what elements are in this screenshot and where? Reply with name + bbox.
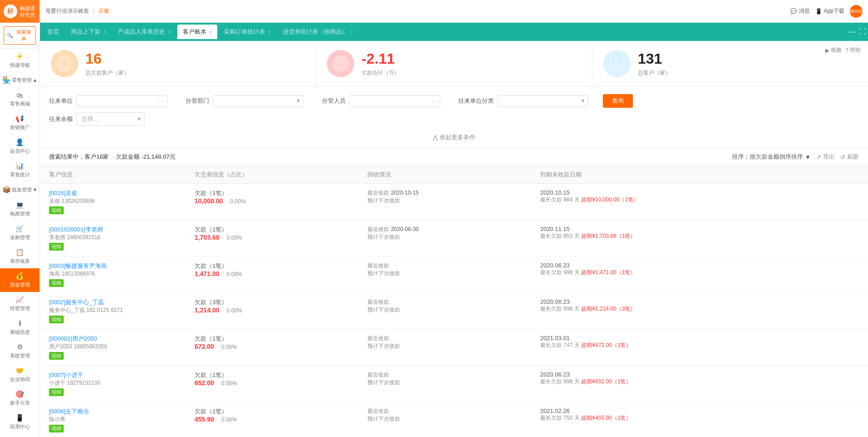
tab-close-3[interactable]: × [209, 29, 212, 35]
svg-text:¥: ¥ [62, 60, 67, 68]
tabbar: 首页 商品上下架 × 产成品入库单历史 × 客户账本 × 采购订单统计表 × 进… [40, 23, 868, 41]
customer-input[interactable] [76, 95, 167, 107]
app-download-btn[interactable]: 📱 App下载 [815, 7, 844, 15]
message-btn[interactable]: 💬 消息 [790, 7, 810, 15]
sidebar-item-inventory[interactable]: 📋 库存核算 [0, 245, 40, 268]
category-input[interactable] [497, 95, 588, 107]
tab-close-1[interactable]: × [103, 29, 106, 35]
sidebar-item-wholesale[interactable]: 📦 批发管理 ▼ [0, 182, 40, 197]
app-download-icon: 📱 [815, 8, 822, 15]
person-dots-btn[interactable]: ··· [431, 97, 438, 105]
customer-name-3[interactable]: [0002]服务中心_丁磊 [49, 299, 104, 306]
customer-name-4[interactable]: [000002]用户2050 [49, 335, 97, 342]
department-chevron-icon[interactable]: ▼ [296, 98, 301, 104]
enterprise-collab-icon: 🤝 [15, 367, 24, 375]
table-row-5: [0007]小进干 小进干 18279152100 现销 欠款（1笔） 652.… [40, 366, 868, 402]
col-header-collect: 回收情况 [367, 171, 540, 179]
video-helper-btn[interactable]: ▶ 视频 [825, 46, 842, 54]
total-debt-info: -2.11 欠款合计（万） [361, 50, 400, 77]
sidebar-item-retail-mgmt[interactable]: 🏪 零售管理 ▲ [0, 72, 40, 88]
overdue-cell-1: 2020.11.15 最长欠款 853 天 超期¥1,703.68（1笔） [540, 226, 859, 240]
sidebar: 好 畅捷通好生意 🔍 搜索菜单 ⚡ 快捷导航 🏪 零售管理 ▲ [0, 0, 40, 437]
tab-close-4[interactable]: × [268, 29, 271, 35]
tab-product-listing[interactable]: 商品上下架 × [65, 25, 111, 39]
overdue-link-6[interactable]: 超期¥455.90（1笔） [581, 415, 631, 421]
overdue-link-4[interactable]: 超期¥672.00（1笔） [581, 342, 631, 348]
sidebar-item-operations[interactable]: 📈 经营管理 [0, 292, 40, 316]
sidebar-item-retail-mall[interactable]: 🛍 零售商城 [0, 88, 40, 111]
export-icon: ↗ [816, 154, 821, 161]
sidebar-item-ecommerce[interactable]: 💻 电商管理 [0, 197, 40, 221]
filter-collapse-btn[interactable]: ⋀ 收起更多条件 [49, 131, 859, 144]
tab-production-history[interactable]: 产成品入库单历史 × [112, 25, 176, 39]
sidebar-item-retail-stats[interactable]: 📊 零售统计 [0, 158, 40, 182]
stats-row: ¥ 16 总欠款客户（家） ◇ [40, 41, 868, 87]
customer-tag-0: 现销 [49, 206, 64, 214]
sidebar-item-app-center[interactable]: 📱 应用中心 [0, 410, 40, 434]
tab-close-5[interactable]: × [351, 29, 353, 35]
sidebar-item-enterprise-collab[interactable]: 🤝 企业协同 [0, 363, 40, 387]
stat-card-debtors: ¥ 16 总欠款客户（家） [40, 41, 316, 86]
sidebar-item-marketing[interactable]: 📢 营销推广 [0, 111, 40, 135]
tab-home[interactable]: 首页 [42, 25, 65, 39]
maximize-btn[interactable]: ⛶ [859, 28, 866, 36]
balance-select[interactable]: 选择... [76, 112, 145, 126]
help-icon: ? [845, 47, 848, 54]
table-row-1: [0001020001]李老师 李老师 18600391516 现销 欠款（1笔… [40, 220, 868, 256]
table-row-6: [0006]去下粮仓 陈小希 现销 欠款（1笔） 455.90 0.00% [40, 402, 868, 437]
svg-rect-9 [620, 62, 622, 64]
sidebar-item-member[interactable]: 👤 会员中心 [0, 135, 40, 158]
tab-customer-account[interactable]: 客户账本 × [177, 25, 217, 39]
sort-selector[interactable]: 排序：按欠款金额倒序排序 ▼ [732, 153, 811, 161]
refresh-btn[interactable]: ↺ 刷新 [840, 153, 859, 161]
col-header-customer: 客户信息 [49, 171, 195, 179]
filter-item-person: 分管人员 ··· [322, 95, 440, 107]
sidebar-item-enterprise-wechat[interactable]: 💬 企业微信 [0, 434, 40, 437]
sidebar-item-finance[interactable]: 💰 资金管理 [0, 268, 40, 292]
overdue-link-1[interactable]: 超期¥1,703.68（1笔） [581, 233, 636, 239]
customer-name-1[interactable]: [0001020001]李老师 [49, 226, 103, 233]
customer-name-2[interactable]: [0003]畅捷服务尹海燕 [49, 262, 107, 269]
sort-chevron-icon: ▼ [805, 154, 811, 161]
customer-dots-btn[interactable]: ··· [159, 97, 166, 105]
sidebar-item-quick-nav[interactable]: ⚡ 快捷导航 [0, 49, 40, 72]
company-selector[interactable]: 母婴行业演示账套 [45, 7, 89, 15]
customer-name-5[interactable]: [0007]小进干 [49, 372, 83, 378]
debtors-label: 总欠款客户（家） [85, 69, 129, 77]
sidebar-item-purchase[interactable]: 🛒 采购管理 [0, 221, 40, 245]
help-helper-btn[interactable]: ? 帮助 [845, 46, 861, 54]
brand-logo: 好 [4, 5, 17, 18]
tab-inbound-stats[interactable]: 进货单统计表（按商品） × [277, 25, 359, 39]
sidebar-item-system[interactable]: ⚙ 系统管理 [0, 339, 40, 363]
customer-cell-0: [0016]吴俊 吴俊 13026203696 现销 [49, 189, 195, 214]
search-menu-button[interactable]: 🔍 搜索菜单 [4, 26, 36, 45]
purchase-icon: 🛒 [15, 225, 24, 233]
overdue-link-0[interactable]: 超期¥10,000.00（1笔） [581, 196, 639, 203]
person-input[interactable] [349, 95, 440, 107]
customer-tag-2: 现销 [49, 279, 64, 287]
refresh-icon: ↺ [840, 154, 845, 161]
export-btn[interactable]: ↗ 导出 [816, 153, 835, 161]
svg-rect-5 [612, 56, 614, 60]
tab-close-2[interactable]: × [168, 29, 171, 35]
overdue-link-5[interactable]: 超期¥652.00（1笔） [581, 378, 631, 385]
category-chevron-icon[interactable]: ▼ [580, 98, 586, 104]
customer-name-0[interactable]: [0016]吴俊 [49, 190, 77, 196]
overdue-link-3[interactable]: 超期¥1,214.00（3笔） [581, 306, 636, 312]
table-row-2: [0003]畅捷服务尹海燕 海燕 18513066976 现销 欠款（1笔） 1… [40, 256, 868, 293]
department-input[interactable] [213, 95, 304, 107]
col-header-debt: 欠交易信息（占比） [195, 171, 367, 179]
table-row-3: [0002]服务中心_丁磊 服务中心_丁磊 181 0125 8371 现销 欠… [40, 293, 868, 329]
query-button[interactable]: 查询 [603, 94, 633, 108]
debt-cell-4: 欠款（1笔） 672.00 0.00% [195, 335, 367, 350]
sidebar-item-guide[interactable]: 🎯 新手引导 [0, 387, 40, 410]
user-menu[interactable]: demo2 [850, 5, 863, 18]
minimize-btn[interactable]: — [848, 28, 855, 36]
overdue-link-2[interactable]: 超期¥1,471.00（1笔） [581, 269, 636, 276]
results-bar: 搜索结果中，客户16家 欠款金额 -21,148.07元 排序：按欠款金额倒序排… [40, 148, 868, 166]
balance-chevron-icon[interactable]: ▼ [136, 116, 142, 122]
sidebar-item-basic-info[interactable]: ℹ 基础信息 [0, 316, 40, 339]
customer-name-6[interactable]: [0006]去下粮仓 [49, 408, 89, 415]
debt-cell-3: 欠款（3笔） 1,214.00 0.00% [195, 298, 367, 314]
tab-purchase-order-stats[interactable]: 采购订单统计表 × [218, 25, 276, 39]
